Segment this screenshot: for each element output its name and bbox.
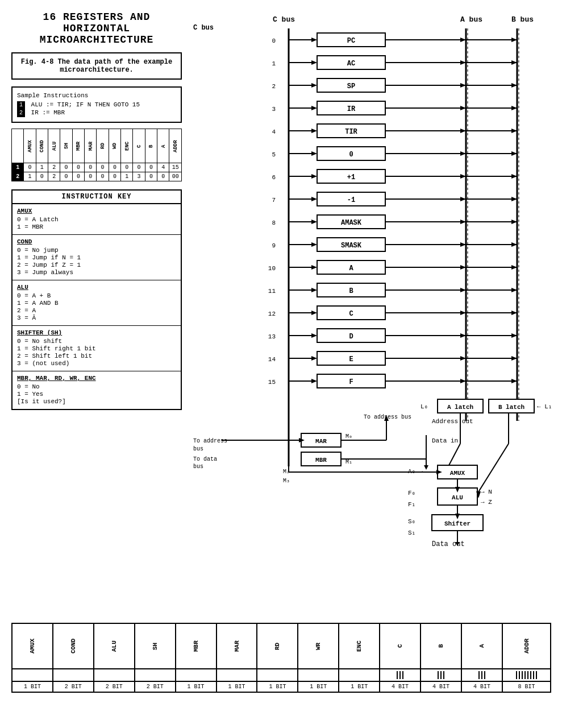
svg-marker-37 <box>311 106 317 110</box>
svg-text:C: C <box>349 310 353 318</box>
alu-section: ALU 0 = A + B 1 = A AND B 2 = A 3 = Ā <box>13 280 181 326</box>
svg-text:AC: AC <box>347 60 355 68</box>
table-row-bits: 1 BIT 2 BIT 2 BIT 2 BIT 1 BIT 1 BIT 1 BI… <box>12 681 551 692</box>
svg-marker-55 <box>311 151 317 156</box>
svg-text:F₁: F₁ <box>408 501 415 508</box>
svg-text:B: B <box>349 287 353 295</box>
svg-text:AMASK: AMASK <box>341 219 362 227</box>
svg-text:TIR: TIR <box>345 128 357 136</box>
sample-instructions: Sample Instructions 1 ALU := TIR; IF N T… <box>11 86 182 123</box>
svg-text:2: 2 <box>272 83 276 90</box>
svg-text:L₀: L₀ <box>421 403 428 410</box>
svg-text:5: 5 <box>272 151 276 158</box>
svg-text:MBR: MBR <box>315 457 327 464</box>
svg-text:Data in: Data in <box>432 437 458 444</box>
svg-text:← L₁: ← L₁ <box>537 403 551 410</box>
main-title-line2: HORIZONTAL MICROARCHITECTURE <box>11 23 182 46</box>
svg-text:A latch: A latch <box>447 404 473 411</box>
title-section: 16 REGISTERS AND HORIZONTAL MICROARCHITE… <box>11 11 182 46</box>
svg-text:12: 12 <box>268 311 276 317</box>
svg-text:3: 3 <box>272 106 276 113</box>
svg-text:14: 14 <box>268 356 276 363</box>
svg-text:→ Z: → Z <box>481 499 492 506</box>
table-row: 2 1 0 2 0 0 0 0 0 1 3 0 0 00 <box>12 172 182 181</box>
svg-text:6: 6 <box>272 174 276 181</box>
svg-text:0: 0 <box>272 38 276 44</box>
svg-text:7: 7 <box>272 197 276 204</box>
svg-text:M₁: M₁ <box>345 459 352 465</box>
fig-caption: Fig. 4-8 The data path of the example mi… <box>11 52 182 80</box>
svg-text:F₀: F₀ <box>408 490 415 497</box>
page: 16 REGISTERS AND HORIZONTAL MICROARCHITE… <box>0 0 562 728</box>
svg-text:+1: +1 <box>347 173 355 181</box>
svg-text:To data: To data <box>193 456 217 462</box>
svg-text:Shifter: Shifter <box>444 520 471 527</box>
svg-text:0: 0 <box>349 151 353 159</box>
svg-text:ALU: ALU <box>452 494 463 501</box>
svg-marker-64 <box>311 174 317 179</box>
table-row <box>12 669 551 681</box>
svg-text:1: 1 <box>272 60 276 67</box>
svg-text:F: F <box>349 378 353 386</box>
micro-table: AMUX COND ALU SH MBR MAR RD WD ENC C B A… <box>11 129 182 181</box>
svg-text:B bus: B bus <box>511 15 534 24</box>
svg-marker-127 <box>311 333 317 338</box>
svg-marker-211 <box>424 465 428 470</box>
bottom-table: AMUX COND ALU SH MBR MAR RD WR ENC C B A… <box>11 623 551 693</box>
svg-marker-100 <box>311 265 317 270</box>
amux-section: AMUX 0 = A Latch 1 = MBR <box>13 204 181 235</box>
svg-text:C bus: C bus <box>193 24 214 32</box>
svg-marker-145 <box>311 379 317 383</box>
instruction-key: INSTRUCTION KEY AMUX 0 = A Latch 1 = MBR… <box>11 189 182 410</box>
svg-marker-118 <box>311 311 317 315</box>
svg-line-201 <box>449 444 460 465</box>
svg-marker-136 <box>311 356 317 361</box>
svg-text:C bus: C bus <box>273 15 295 24</box>
svg-text:A bus: A bus <box>460 15 482 24</box>
svg-text:S₀: S₀ <box>408 518 415 525</box>
svg-marker-82 <box>311 220 317 224</box>
svg-marker-28 <box>311 83 317 88</box>
mbr-section: MBR, MAR, RD, WR, ENC 0 = No 1 = Yes [Is… <box>13 371 181 409</box>
svg-text:bus: bus <box>193 446 203 452</box>
svg-text:MAR: MAR <box>315 438 327 445</box>
svg-text:A: A <box>349 264 353 272</box>
svg-line-203 <box>477 444 509 494</box>
svg-text:PC: PC <box>347 37 355 45</box>
svg-text:SP: SP <box>347 82 355 90</box>
svg-text:→ N: → N <box>481 489 492 495</box>
bottom-table-section: AMUX COND ALU SH MBR MAR RD WR ENC C B A… <box>11 623 551 693</box>
svg-text:4: 4 <box>272 129 276 135</box>
svg-text:M₃: M₃ <box>283 478 290 484</box>
svg-text:AMUX: AMUX <box>450 470 465 477</box>
shifter-section: SHIFTER (SH) 0 = No shift 1 = Shift righ… <box>13 326 181 371</box>
main-title: 16 REGISTERS AND <box>11 11 182 23</box>
svg-text:Data out: Data out <box>432 540 465 548</box>
svg-marker-46 <box>311 129 317 133</box>
left-panel: 16 REGISTERS AND HORIZONTAL MICROARCHITE… <box>11 11 182 410</box>
svg-text:B latch: B latch <box>498 404 524 411</box>
svg-marker-19 <box>311 60 317 65</box>
svg-text:SMASK: SMASK <box>341 242 362 250</box>
right-panel: C bus A bus B bus 0 PC <box>188 11 551 571</box>
architecture-diagram: C bus A bus B bus 0 PC <box>188 11 551 569</box>
svg-marker-91 <box>311 242 317 247</box>
svg-marker-73 <box>311 197 317 201</box>
svg-text:S₁: S₁ <box>408 530 415 536</box>
cond-section: COND 0 = No jump 1 = Jump if N = 1 2 = J… <box>13 235 181 280</box>
svg-text:15: 15 <box>268 379 276 386</box>
svg-text:IR: IR <box>347 105 356 113</box>
svg-text:bus: bus <box>193 464 203 470</box>
svg-text:Address out: Address out <box>432 418 473 425</box>
svg-marker-10 <box>311 38 317 42</box>
svg-text:9: 9 <box>272 242 276 249</box>
svg-text:M₀: M₀ <box>345 433 352 440</box>
svg-text:To address: To address <box>193 438 227 444</box>
svg-text:11: 11 <box>268 288 276 295</box>
svg-text:E: E <box>349 355 353 363</box>
svg-text:-1: -1 <box>347 196 355 204</box>
svg-text:10: 10 <box>268 265 276 272</box>
svg-text:D: D <box>349 333 353 341</box>
table-row: 1 0 1 2 0 0 0 0 0 0 0 0 4 15 <box>12 163 182 172</box>
svg-marker-109 <box>311 288 317 292</box>
